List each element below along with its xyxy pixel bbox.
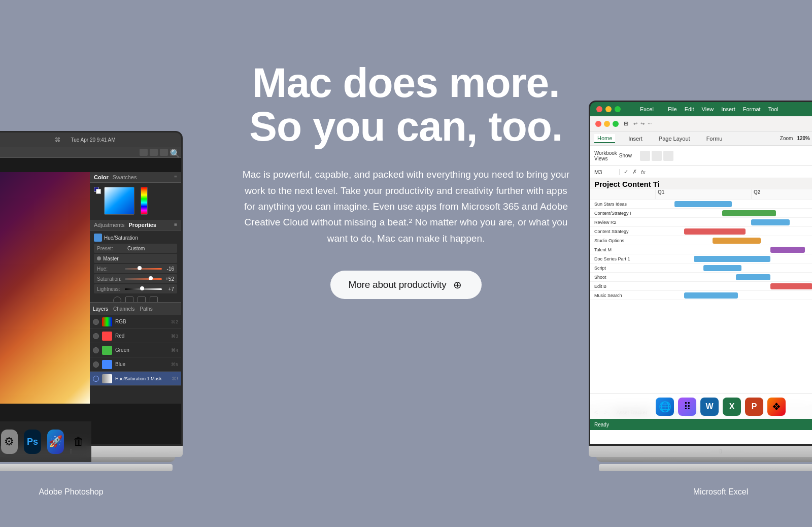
excel-menu-edit[interactable]: Edit: [685, 106, 694, 112]
ps-color-panel-header: Color Swatches ≡: [90, 172, 181, 183]
ps-layer-green-label: Green: [115, 347, 129, 353]
excel-max-btn[interactable]: [615, 106, 621, 112]
ps-preset-value[interactable]: Custom: [127, 246, 174, 251]
excel-menu-tools[interactable]: Tool: [768, 106, 779, 112]
ps-tool-btn-3[interactable]: [160, 149, 168, 156]
excel-menu-format[interactable]: Format: [743, 106, 761, 112]
ps-tool-btn-1[interactable]: [140, 149, 148, 156]
ps-layers-tab[interactable]: Layers: [93, 306, 108, 312]
ps-hue-slider[interactable]: [125, 268, 162, 270]
excel-dock: 🌐 ⠿ W X P ❖: [590, 393, 812, 419]
excel-inner-close[interactable]: [595, 121, 601, 127]
launchpad-dock-icon: ⠿: [684, 401, 691, 413]
ps-layer-green[interactable]: Green ⌘4: [90, 343, 181, 357]
excel-btn-2[interactable]: [652, 151, 662, 161]
excel-btn-3[interactable]: [663, 151, 673, 161]
ps-layer-icon: [94, 234, 102, 242]
excel-app-name: Excel: [640, 106, 654, 112]
excel-fx: fx: [641, 169, 646, 175]
left-macbook-screen: ⌘ Tue Apr 20 9:41 AM 3D Mode 🔍: [0, 131, 183, 446]
excel-inner-controls[interactable]: [595, 121, 619, 127]
ps-dock-ps[interactable]: Ps: [24, 430, 41, 446]
excel-formula-bar: M3 ✓ ✗ fx: [590, 166, 812, 178]
settings-icon: ⚙: [4, 435, 14, 446]
ps-huesat-visibility[interactable]: [93, 376, 99, 382]
left-laptop-container: ⌘ Tue Apr 20 9:41 AM 3D Mode 🔍: [0, 131, 183, 497]
ps-dock-settings[interactable]: ⚙: [1, 430, 18, 446]
excel-close-btn[interactable]: [596, 106, 602, 112]
headline-line1: Mac does more.: [252, 59, 560, 106]
ps-light-slider[interactable]: [125, 288, 162, 290]
excel-min-btn[interactable]: [605, 106, 612, 112]
powerpoint-icon: P: [752, 402, 757, 411]
ps-tool-btn-2[interactable]: [150, 149, 158, 156]
ps-layer-green-visibility[interactable]: [93, 347, 99, 353]
ps-layer-red[interactable]: Red ⌘3: [90, 329, 181, 343]
excel-tab-formulas[interactable]: Formu: [703, 135, 726, 143]
excel-format-buttons: [640, 151, 673, 161]
excel-more-icon[interactable]: ···: [648, 121, 652, 126]
excel-inner-min[interactable]: [604, 121, 610, 127]
ps-dock-launchpad[interactable]: 🚀: [47, 430, 64, 446]
ps-channel-value[interactable]: Master: [103, 256, 174, 261]
excel-inner-max[interactable]: [613, 121, 619, 127]
dock-launchpad[interactable]: ⠿: [678, 398, 696, 416]
dock-word[interactable]: W: [700, 398, 719, 416]
ps-layer-rgb[interactable]: RGB ⌘2: [90, 315, 181, 329]
ps-properties-tab[interactable]: Properties: [129, 222, 156, 228]
ps-adjustments-tab[interactable]: Adjustments: [94, 222, 125, 228]
ps-light-label: Lightness:: [97, 286, 125, 292]
ps-paths-tab[interactable]: Paths: [140, 306, 153, 312]
ps-fg-bg-colors[interactable]: [94, 187, 101, 194]
ps-swatches-tab[interactable]: Swatches: [113, 174, 137, 180]
excel-cross[interactable]: ✗: [632, 169, 637, 175]
ps-props-options[interactable]: ≡: [174, 222, 177, 228]
excel-tab-home[interactable]: Home: [594, 134, 615, 143]
excel-window-controls[interactable]: [596, 106, 621, 112]
ps-channels-tab[interactable]: Channels: [113, 306, 134, 312]
cta-button[interactable]: More about productivity ⊕: [330, 271, 482, 299]
ps-panel-options[interactable]: ≡: [174, 174, 177, 180]
dock-other[interactable]: ❖: [767, 398, 786, 416]
excel-menu-insert[interactable]: Insert: [721, 106, 735, 112]
ps-layer-huesat[interactable]: Hue/Saturation 1 Mask ⌘\: [90, 372, 181, 386]
ps-color-tab[interactable]: Color: [94, 174, 109, 180]
gantt-label-10: Edit B: [594, 284, 655, 289]
ps-layer-visibility[interactable]: [93, 319, 99, 325]
page-wrapper: ⌘ Tue Apr 20 9:41 AM 3D Mode 🔍: [0, 0, 812, 527]
excel-menu-file[interactable]: File: [668, 106, 677, 112]
ps-sat-slider[interactable]: [125, 278, 162, 280]
gantt-bar-area-9: [655, 274, 812, 281]
dock-powerpoint[interactable]: P: [745, 398, 763, 416]
gantt-label-6: Talent M: [594, 247, 655, 252]
dock-excel[interactable]: X: [723, 398, 741, 416]
right-laptop-container: Excel File Edit View Insert Format Tool: [589, 101, 812, 497]
gantt-bar-4a: [684, 228, 746, 235]
ps-saturation-row: Saturation: +52: [94, 274, 177, 283]
ps-layer-rgb-label: RGB: [115, 319, 126, 324]
gantt-row-6: Talent M: [590, 245, 812, 254]
ps-topbar: ⌘ Tue Apr 20 9:41 AM: [0, 133, 181, 147]
excel-cell-ref[interactable]: M3: [594, 169, 620, 175]
ps-color-gradient[interactable]: [104, 187, 134, 215]
ps-layer-blue-visibility[interactable]: [93, 361, 99, 368]
ps-search-icon[interactable]: 🔍: [170, 149, 177, 156]
ps-dock-trash[interactable]: 🗑: [70, 430, 87, 446]
excel-undo-icon[interactable]: ↩: [633, 121, 637, 126]
ps-layer-blue[interactable]: Blue ⌘5: [90, 357, 181, 372]
excel-checkmark[interactable]: ✓: [624, 169, 628, 175]
dock-finder[interactable]: 🌐: [656, 398, 674, 416]
excel-project-title: Project Content Ti: [594, 180, 660, 188]
excel-redo-icon[interactable]: ↪: [640, 121, 645, 126]
gantt-label-11: Music Search: [594, 293, 655, 298]
ps-color-swatches: [94, 187, 177, 215]
excel-icon: X: [729, 402, 735, 411]
excel-tab-pagelayout[interactable]: Page Layout: [656, 135, 693, 143]
excel-zoom-value: 120%: [797, 136, 810, 141]
excel-menu-view[interactable]: View: [702, 106, 714, 112]
excel-tab-insert[interactable]: Insert: [625, 135, 646, 143]
ps-color-spectrum[interactable]: [141, 187, 148, 215]
ps-preset-label: Preset:: [97, 246, 127, 251]
ps-layer-red-visibility[interactable]: [93, 333, 99, 339]
excel-btn-1[interactable]: [640, 151, 650, 161]
